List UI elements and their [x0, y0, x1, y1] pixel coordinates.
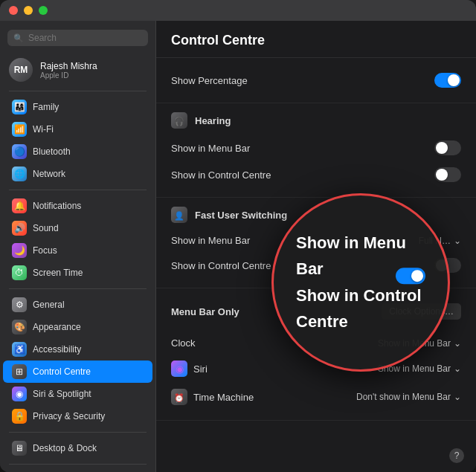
wifi-icon: 📶	[12, 122, 27, 137]
fast-user-switching-header: Fast User Switching	[171, 207, 461, 223]
fast-user-show-cc-row: Show in Control Centre	[171, 252, 461, 279]
sidebar-item-label-family: Family	[33, 102, 59, 112]
show-percentage-row: Show Percentage	[171, 67, 461, 94]
divider-after-desktop	[9, 464, 147, 465]
menu-bar-only-header-row: Menu Bar Only Clock Options…	[171, 297, 461, 326]
main-header: Control Centre	[156, 21, 476, 58]
sidebar-item-siri[interactable]: ◉Siri & Spotlight	[3, 383, 152, 405]
user-subtitle: Apple ID	[40, 71, 97, 80]
sidebar-item-label-desktop: Desktop & Dock	[33, 443, 97, 453]
sidebar-item-wifi[interactable]: 📶Wi-Fi	[3, 118, 152, 140]
divider-after-privacy	[9, 432, 147, 433]
hearing-show-cc-toggle[interactable]	[434, 167, 461, 182]
sidebar-item-desktop[interactable]: 🖥Desktop & Dock	[3, 437, 152, 459]
family-icon: 👨‍👩‍👧	[12, 100, 27, 114]
fast-user-show-menubar-label: Show in Menu Bar	[171, 235, 250, 246]
fast-user-show-cc-toggle[interactable]	[434, 258, 461, 273]
help-button[interactable]: ?	[449, 448, 464, 463]
hearing-show-menubar-toggle[interactable]	[434, 140, 461, 155]
clock-options-button[interactable]: Clock Options…	[382, 303, 461, 320]
sidebar-item-sound[interactable]: 🔊Sound	[3, 217, 152, 239]
fast-user-show-cc-label: Show in Control Centre	[171, 260, 271, 271]
notifications-icon: 🔔	[12, 198, 27, 213]
hearing-show-menubar-row: Show in Menu Bar	[171, 135, 461, 161]
sidebar-item-label-notifications: Notifications	[33, 201, 81, 211]
sidebar-item-label-wifi: Wi-Fi	[33, 124, 54, 135]
time-machine-value[interactable]: Don't show in Menu Bar ⌄	[356, 392, 461, 402]
sidebar-item-label-general: General	[33, 300, 65, 310]
sidebar: 🔍 RM Rajesh Mishra Apple ID 👨‍👩‍👧Family📶…	[0, 21, 156, 472]
sidebar-item-controlcentre[interactable]: ⊞Control Centre	[3, 361, 152, 383]
hearing-header: Hearing	[171, 112, 461, 129]
main-body: Show Percentage Hearing	[156, 58, 476, 468]
sidebar-item-notifications[interactable]: 🔔Notifications	[3, 195, 152, 217]
sidebar-item-privacy[interactable]: 🔒Privacy & Security	[3, 405, 152, 427]
minimize-button[interactable]	[24, 6, 33, 15]
fast-user-switching-title: Fast User Switching	[195, 210, 287, 221]
hearing-title: Hearing	[195, 115, 231, 126]
sidebar-item-screentime[interactable]: ⏱Screen Time	[3, 262, 152, 284]
sidebar-item-bluetooth[interactable]: 🔵Bluetooth	[3, 140, 152, 163]
sidebar-item-label-screentime: Screen Time	[33, 268, 83, 278]
sidebar-item-label-focus: Focus	[33, 245, 57, 256]
maximize-button[interactable]	[39, 6, 48, 15]
settings-window: 🔍 RM Rajesh Mishra Apple ID 👨‍👩‍👧Family📶…	[0, 0, 476, 472]
time-machine-row: Time Machine Don't show in Menu Bar ⌄	[171, 383, 461, 411]
sidebar-item-family[interactable]: 👨‍👩‍👧Family	[3, 96, 152, 118]
sidebar-item-appearance[interactable]: 🎨Appearance	[3, 316, 152, 338]
hearing-show-control-centre-row: Show in Control Centre	[171, 161, 461, 188]
sidebar-item-label-accessibility: Accessibility	[33, 344, 81, 355]
search-input[interactable]	[28, 33, 142, 43]
sidebar-item-label-privacy: Privacy & Security	[33, 411, 105, 421]
siri-value[interactable]: Show in Menu Bar ⌄	[378, 363, 461, 374]
siri-icon	[171, 361, 187, 377]
clock-value[interactable]: Show in Menu Bar ⌄	[378, 338, 461, 349]
clock-label: Clock	[171, 337, 196, 349]
sidebar-item-label-controlcentre: Control Centre	[33, 366, 91, 377]
window-content: 🔍 RM Rajesh Mishra Apple ID 👨‍👩‍👧Family📶…	[0, 21, 476, 472]
sidebar-item-displays[interactable]: 💻Displays	[3, 469, 152, 472]
controlcentre-icon: ⊞	[12, 364, 27, 379]
close-button[interactable]	[9, 6, 18, 15]
network-icon: 🌐	[12, 167, 27, 181]
avatar: RM	[9, 58, 33, 82]
fast-user-show-menubar-row: Show in Menu Bar Full N… ⌄	[171, 229, 461, 252]
divider-after-network	[9, 190, 147, 190]
user-name: Rajesh Mishra	[40, 61, 97, 71]
sidebar-item-label-sound: Sound	[33, 223, 59, 233]
privacy-icon: 🔒	[12, 409, 27, 424]
bluetooth-icon: 🔵	[12, 144, 27, 159]
toggle-knob	[448, 74, 460, 86]
fast-user-switching-section: Fast User Switching Show in Menu Bar Ful…	[156, 198, 476, 288]
main-content: Control Centre Show Percentage	[156, 21, 476, 472]
page-title: Control Centre	[171, 33, 265, 48]
accessibility-icon: ♿	[12, 342, 27, 357]
menu-bar-only-title: Menu Bar Only	[171, 306, 239, 317]
clock-row: Clock Show in Menu Bar ⌄	[171, 332, 461, 355]
divider-after-screentime	[9, 288, 147, 289]
menu-bar-only-section: Menu Bar Only Clock Options… Clock Show …	[156, 288, 476, 421]
screentime-icon: ⏱	[12, 265, 27, 280]
user-profile[interactable]: RM Rajesh Mishra Apple ID	[0, 54, 155, 86]
sidebar-item-network[interactable]: 🌐Network	[3, 163, 152, 185]
fast-user-menubar-value[interactable]: Full N… ⌄	[419, 236, 461, 246]
appearance-icon: 🎨	[12, 320, 27, 334]
focus-icon: 🌙	[12, 243, 27, 258]
sidebar-item-focus[interactable]: 🌙Focus	[3, 239, 152, 262]
show-percentage-toggle[interactable]	[434, 73, 461, 88]
siri-label: Siri	[193, 363, 208, 375]
siri-icon: ◉	[12, 387, 27, 401]
divider-1	[9, 91, 147, 91]
search-box[interactable]: 🔍	[7, 30, 148, 46]
hearing-icon	[171, 112, 187, 129]
sidebar-item-general[interactable]: ⚙General	[3, 294, 152, 316]
sidebar-items-container: 👨‍👩‍👧Family📶Wi-Fi🔵Bluetooth🌐Network🔔Noti…	[0, 96, 155, 472]
show-percentage-section: Show Percentage	[156, 58, 476, 103]
titlebar	[0, 0, 476, 21]
sidebar-item-label-network: Network	[33, 169, 65, 179]
sidebar-item-accessibility[interactable]: ♿Accessibility	[3, 338, 152, 361]
sidebar-item-label-bluetooth: Bluetooth	[33, 146, 71, 157]
sound-icon: 🔊	[12, 221, 27, 236]
hearing-show-menubar-label: Show in Menu Bar	[171, 143, 250, 154]
sidebar-item-label-siri: Siri & Spotlight	[33, 389, 91, 399]
